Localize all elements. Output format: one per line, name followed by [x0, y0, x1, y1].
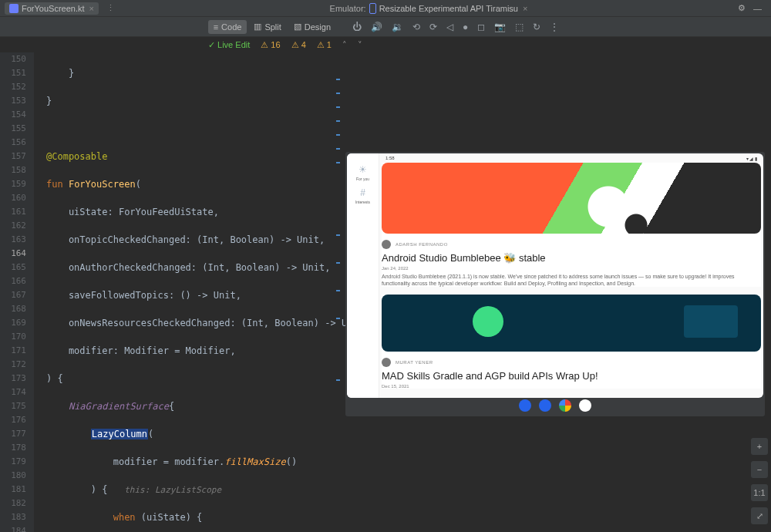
record-icon[interactable]: ⬚ [511, 22, 527, 32]
avatar [382, 358, 391, 367]
article-title: MAD Skills Gradle and AGP build APIs Wra… [382, 370, 761, 382]
screenshot-icon[interactable]: 📷 [490, 22, 510, 32]
minimize-icon[interactable]: — [749, 4, 766, 13]
line-gutter: 1501511521531541551561571581591601611621… [0, 52, 34, 532]
chrome-app-icon[interactable] [559, 399, 571, 412]
article-card[interactable]: ADARSH FERNANDO Android Studio Bumblebee… [382, 163, 761, 287]
device-dock [345, 398, 765, 413]
zoom-in-button[interactable]: + [751, 438, 768, 455]
nav-rail-for-you[interactable]: ☀ For you [356, 164, 369, 181]
nav-rail: ☀ For you # Interests [347, 153, 379, 398]
volume-down-icon[interactable]: 🔉 [388, 22, 407, 32]
home-icon[interactable]: ● [459, 22, 472, 32]
reload-icon[interactable]: ↻ [529, 22, 544, 32]
article-date: Dec 15, 2021 [382, 384, 761, 389]
inspection-status-row: ✓ Live Edit ⚠ 16 ⚠ 4 ⚠ 1 ˄ ˅ [0, 37, 771, 52]
article-hero-image [382, 295, 761, 352]
top-bar: ForYouScreen.kt × ⋮ Emulator: Resizable … [0, 0, 771, 17]
article-card[interactable]: MURAT YENER MAD Skills Gradle and AGP bu… [382, 295, 761, 389]
author-name: ADARSH FERNANDO [396, 242, 448, 247]
back-icon[interactable]: ◁ [443, 22, 457, 32]
file-tab-name: ForYouScreen.kt [22, 4, 85, 13]
volume-up-icon[interactable]: 🔊 [367, 22, 386, 32]
view-design-button[interactable]: ▧ Design [288, 19, 336, 34]
overview-icon[interactable]: ◻ [473, 22, 489, 32]
editor-toolbar: ≡ Code ▥ Split ▧ Design ⏻ 🔊 🔉 ⟲ ⟳ ◁ ● ◻ … [0, 17, 771, 37]
editor-marker-strip [336, 56, 341, 441]
chevron-down-icon[interactable]: ˅ [358, 40, 362, 50]
gear-icon[interactable]: ⚙ [735, 3, 749, 13]
zoom-fit-button[interactable]: ⤢ [751, 507, 768, 524]
article-date: Jan 24, 2022 [382, 266, 761, 271]
feed[interactable]: ADARSH FERNANDO Android Studio Bumblebee… [379, 153, 763, 398]
warnings-count-b[interactable]: ⚠ 4 [291, 40, 306, 50]
rotate-right-icon[interactable]: ⟳ [426, 22, 441, 32]
rotate-left-icon[interactable]: ⟲ [409, 22, 424, 32]
article-hero-image [382, 163, 761, 234]
messages-app-icon[interactable] [539, 399, 551, 412]
phone-app-icon[interactable] [519, 399, 531, 412]
more-icon[interactable]: ⋮ [99, 3, 123, 13]
emulator-preview[interactable]: 1:58▾ ◢ ▮ ☀ For you # Interests ADARSH F… [345, 152, 765, 416]
close-icon[interactable]: × [89, 4, 94, 13]
phone-icon [369, 3, 376, 14]
zoom-controls: + − 1:1 ⤢ [751, 438, 768, 524]
file-tab[interactable]: ForYouScreen.kt × [5, 2, 99, 15]
author-name: MURAT YENER [396, 360, 433, 365]
zoom-out-button[interactable]: − [751, 461, 768, 478]
more-vert-icon[interactable]: ⋮ [546, 22, 563, 32]
avatar [382, 240, 391, 249]
device-close-icon[interactable]: × [523, 4, 527, 13]
article-blurb: Android Studio Bumblebee (2021.1.1) is n… [382, 273, 761, 287]
warnings-count-a[interactable]: ⚠ 16 [261, 40, 280, 50]
upcoming-icon: ☀ [357, 164, 368, 175]
power-icon[interactable]: ⏻ [348, 22, 365, 32]
apps-grid-icon[interactable] [579, 399, 591, 412]
warnings-count-c[interactable]: ⚠ 1 [317, 40, 332, 50]
hash-icon: # [358, 187, 369, 198]
device-status-bar: 1:58▾ ◢ ▮ [379, 153, 763, 163]
chevron-up-icon[interactable]: ˄ [342, 40, 347, 50]
kotlin-file-icon [9, 4, 19, 13]
device-name[interactable]: Resizable Experimental API Tiramisu [379, 4, 518, 13]
emulator-label: Emulator: [330, 4, 366, 13]
live-edit-status[interactable]: ✓ Live Edit [208, 40, 250, 50]
nav-rail-interests[interactable]: # Interests [355, 187, 370, 204]
zoom-1to1-button[interactable]: 1:1 [751, 484, 768, 501]
article-title: Android Studio Bumblebee 🐝 stable [382, 252, 761, 264]
view-code-button[interactable]: ≡ Code [208, 20, 247, 34]
view-split-button[interactable]: ▥ Split [248, 19, 286, 34]
